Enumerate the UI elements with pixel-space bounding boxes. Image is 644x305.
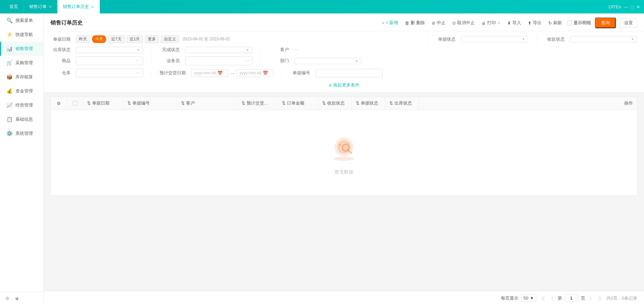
add-button[interactable]: + + 新增 [381,19,400,27]
bill-status-label: 单据状态 [435,36,456,42]
print-arrow-icon: ▼ [497,21,501,25]
th-number-label: ⇅ 单据编号 [127,100,150,106]
sidebar-collapse-btn[interactable]: ◀ [15,296,18,301]
prev-page-btn[interactable]: ⟨ [549,295,555,302]
divider-2 [536,36,536,43]
completion-status-select[interactable]: ▼ [185,47,252,53]
th-amount[interactable]: ⇅ 订单金额 [278,97,318,110]
settings-button[interactable]: 设置 [620,18,637,28]
divider-6 [260,58,261,64]
delivery-date-to-text: yyyy-mm-dd [240,71,261,75]
date-btn-more[interactable]: 更多 [145,35,159,43]
window-max-btn[interactable]: □ [631,4,634,9]
th-delivery[interactable]: ⇅ 预计交货... [238,97,278,110]
query-button[interactable]: 查询 [595,17,616,28]
th-out-label: ⇅ 出库状态 [389,100,412,106]
last-page-btn[interactable]: ⟩⟩ [596,295,604,302]
outbound-status-label: 出库状态 [50,47,71,53]
display-detail-toggle[interactable]: 显示明细 [567,20,591,26]
th-customer[interactable]: ⇅ 客户 [177,97,238,110]
divider-7 [151,70,152,76]
import-icon: ⬇ [507,21,511,26]
import-button[interactable]: ⬇ 导入 [506,19,522,27]
total-info: 共0页，0条记录 [606,295,637,301]
empty-illustration [327,130,361,164]
sidebar-item-sales-mgmt[interactable]: 📊 销售管理 [0,42,43,56]
warehouse-more-btn[interactable]: ··· [136,70,140,76]
customer-more-btn[interactable]: ··· [294,47,299,53]
next-page-btn[interactable]: ⟩ [588,295,594,302]
th-number[interactable]: ⇅ 单据编号 [123,97,177,110]
quick-nav-icon: ⚡ [6,32,13,38]
date-btn-yesterday[interactable]: 昨天 [76,35,90,43]
tab-home[interactable]: 首页 [4,0,24,13]
page-number-input[interactable] [565,295,578,302]
basic-info-icon: 📋 [6,116,13,122]
cancel-stop-button[interactable]: ⊙ 取消中止 [451,19,476,27]
header-checkbox[interactable] [73,101,77,106]
payment-status-arrow-icon: ▼ [631,37,634,41]
first-page-btn[interactable]: ⟨⟨ [539,295,547,302]
th-date[interactable]: ⇅ 单据日期 [83,97,123,110]
sidebar-item-quick-nav[interactable]: ⚡ 快捷导航 [0,28,43,42]
th-amount-label: ⇅ 订单金额 [282,100,304,106]
date-btn-custom[interactable]: 自定义 [161,35,179,43]
warehouse-input[interactable]: ··· [76,69,143,77]
sidebar-item-basic-info-label: 基础信息 [15,116,33,122]
tab-sales-order-history-close[interactable]: ✕ [91,5,94,9]
operations-icon: 📈 [6,102,13,108]
th-settings[interactable]: ⚙ [51,98,67,109]
sidebar-item-operations[interactable]: 📈 经营管理 [0,98,43,112]
th-out[interactable]: ⇅ 出库状态 [385,97,419,110]
bill-number-label: 单据编号 [290,70,310,76]
cancel-stop-icon: ⊙ [452,21,456,26]
date-btn-1month[interactable]: 近1月 [127,35,143,43]
delivery-date-from[interactable]: yyyy-mm-dd 📅 [191,69,228,77]
product-input[interactable]: ··· [76,56,143,65]
refresh-button[interactable]: ↻ 刷新 [547,19,563,27]
date-dash: — [230,71,234,76]
bill-status-select[interactable]: ▼ [461,36,528,42]
sidebar-item-basic-info[interactable]: 📋 基础信息 [0,112,43,126]
completion-status-arrow-icon: ▼ [246,48,249,52]
product-more-btn[interactable]: ··· [136,58,140,64]
collapse-row[interactable]: ∧ 收起更多条件 [50,81,637,88]
th-check[interactable] [67,98,83,109]
sidebar-item-system[interactable]: ⚙️ 系统管理 [0,126,43,141]
th-delivery-label: ⇅ 预计交货... [242,100,267,106]
window-min-btn[interactable]: — [624,4,628,9]
print-button[interactable]: 🖨 打印 ▼ [480,19,502,27]
payment-status-select[interactable]: ▼ [570,36,637,42]
sidebar-item-finance[interactable]: 💰 资金管理 [0,84,43,98]
sales-mgmt-icon: 📊 [6,46,13,52]
delete-button[interactable]: 🗑 删 删除 [403,19,426,27]
salesman-input[interactable]: ··· [185,56,252,65]
bill-number-input[interactable] [315,69,383,77]
th-payment[interactable]: ⇅ 收款状态 [318,97,352,110]
delivery-date-to[interactable]: yyyy-mm-dd 📅 [237,69,273,77]
th-date-label: ⇅ 单据日期 [87,100,110,106]
inventory-icon: 📦 [6,74,13,80]
export-button[interactable]: ⬆ 导出 [526,19,543,27]
salesman-more-btn[interactable]: ··· [245,58,249,64]
sidebar-settings-btn[interactable]: ⚙ [5,296,9,301]
sidebar-item-search-menu[interactable]: 🔍 搜索菜单 [0,13,43,28]
empty-text: 暂无数据 [335,169,353,175]
tab-sales-order[interactable]: 销售订单 ✕ [24,0,57,13]
product-label: 商品 [50,58,71,64]
tab-sales-order-close[interactable]: ✕ [49,5,52,9]
date-btn-today[interactable]: 今天 [92,35,106,43]
display-detail-checkbox[interactable] [567,21,572,25]
window-close-btn[interactable]: ✕ [636,4,640,9]
per-page-select[interactable]: 50 ▼ [521,295,536,302]
search-menu-icon: 🔍 [6,17,13,24]
stop-button[interactable]: ⊘ 中止 [430,19,447,27]
sidebar-item-purchase-mgmt[interactable]: 🛒 采购管理 [0,56,43,70]
divider-5 [151,58,152,64]
th-bill[interactable]: ⇅ 单据状态 [352,97,385,110]
tab-sales-order-history[interactable]: 销售订单历史 ✕ [57,0,100,13]
date-btn-7days[interactable]: 近7天 [108,35,125,43]
sidebar-item-inventory[interactable]: 📦 库存核算 [0,70,43,84]
outbound-status-select[interactable]: ▼ [76,47,143,53]
department-select[interactable]: ▼ [294,58,361,64]
